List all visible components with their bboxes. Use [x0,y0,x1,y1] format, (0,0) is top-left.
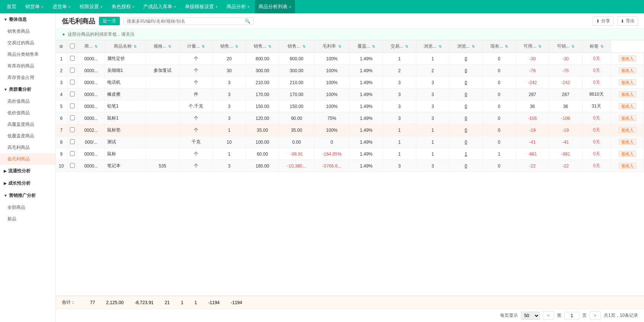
close-icon[interactable]: × [174,5,176,9]
row-tag: 低收入 [611,89,644,101]
row-view1[interactable]: 0 [449,136,483,148]
per-page-select[interactable]: 50 20 100 [521,312,540,320]
nav-roles[interactable]: 角色授权 × [108,0,138,13]
row-checkbox[interactable] [67,124,77,136]
row-checkbox[interactable] [67,112,77,124]
row-checkbox[interactable] [67,136,77,148]
col-view1[interactable]: 浏览... ⇅ [416,40,449,53]
row-view1[interactable]: 0 [449,53,483,65]
close-icon[interactable]: × [132,5,135,9]
row-select-checkbox[interactable] [70,80,75,85]
row-checkbox[interactable] [67,101,77,112]
date-filter-button[interactable]: 近一月 [99,17,120,25]
row-view1[interactable]: 0 [449,112,483,124]
close-icon[interactable]: × [41,5,44,9]
next-page-button[interactable]: ＞ [590,311,601,320]
col-settings[interactable]: ⚙ [56,40,67,53]
col-spec[interactable]: 规格... ⇅ [146,40,179,53]
row-select-checkbox[interactable] [70,92,75,96]
row-view1[interactable]: 0 [449,101,483,112]
sidebar-group-flow[interactable]: ▶ 流通性分析 [0,165,55,177]
nav-purchase[interactable]: 进货单 × [49,0,74,13]
col-view2[interactable]: 浏览... ⇅ [449,40,483,53]
col-amount[interactable]: 销售... ⇅ [279,40,314,53]
prev-page-button[interactable]: ＜ [543,311,554,320]
col-stock1[interactable]: 现有... ⇅ [483,40,516,53]
row-select-checkbox[interactable] [70,139,75,144]
export-button[interactable]: ⬇ 导出 [617,16,638,26]
row-view1[interactable]: 0 [449,124,483,136]
row-spec [146,148,179,160]
close-icon[interactable]: × [100,5,103,9]
search-icon[interactable]: 🔍 [245,19,250,24]
page-number-input[interactable] [564,312,579,319]
row-select-checkbox[interactable] [70,56,75,61]
row-checkbox[interactable] [67,65,77,77]
sidebar-item-sales-goods[interactable]: 销售类商品 [0,26,55,37]
row-select-checkbox[interactable] [70,127,75,132]
row-trade: 1 [416,124,449,136]
col-code[interactable]: 商... ⇅ [77,40,105,53]
select-all-checkbox[interactable] [70,44,75,48]
close-icon[interactable]: × [247,5,250,9]
search-input[interactable] [127,19,245,24]
row-view1[interactable]: 0 [449,89,483,101]
sidebar-item-category-sales[interactable]: 商品分类销售率 [0,49,55,60]
col-cover[interactable]: 覆盖... ⇅ [350,40,383,53]
nav-products-in[interactable]: 产成品入库单 × [140,0,180,13]
row-stock1: -981 [516,148,549,160]
sidebar-item-high-value[interactable]: 高价值商品 [0,96,55,107]
col-tag[interactable]: 标签 ⇅ [582,40,611,53]
row-view1[interactable]: 0 [449,160,483,172]
page-title: 低毛利商品 [62,17,95,26]
row-checkbox[interactable] [67,160,77,172]
sidebar-item-high-margin[interactable]: 高毛利商品 [0,142,55,153]
sidebar-item-high-coverage[interactable]: 高覆盖度商品 [0,119,55,130]
nav-analysis[interactable]: 商品分析 × [223,0,253,13]
row-checkbox[interactable] [67,148,77,160]
nav-permissions[interactable]: 权限设置 × [76,0,106,13]
col-price[interactable]: 销售... ⇅ [246,40,279,53]
close-icon[interactable]: × [289,5,291,9]
row-trade: 3 [416,112,449,124]
row-view1[interactable]: 0 [449,77,483,89]
col-stock2[interactable]: 可用... ⇅ [516,40,549,53]
sidebar-item-new-goods[interactable]: 新品 [0,213,55,225]
col-unit[interactable]: 计量... ⇅ [179,40,212,53]
row-checkbox[interactable] [67,53,77,65]
close-icon[interactable]: × [215,5,218,9]
row-select-checkbox[interactable] [70,103,75,108]
col-gross-pct[interactable]: 毛利率 ⇅ [314,40,349,53]
sidebar-item-low-value[interactable]: 低价值商品 [0,107,55,119]
row-select-checkbox[interactable] [70,151,75,156]
row-select-checkbox[interactable] [70,115,75,120]
row-gross: 1.49% [350,77,383,89]
sidebar-group-cluster[interactable]: ▼ 类群量分析 [0,83,55,96]
row-cover: 3 [383,160,416,172]
col-name[interactable]: 商品名称 ⇅ [105,40,146,53]
nav-analysis-list[interactable]: 商品分析列表 × [255,0,295,13]
row-view1[interactable]: 0 [449,65,483,77]
sidebar-item-low-margin[interactable]: 低毛利商品 [0,153,55,165]
row-checkbox[interactable] [67,77,77,89]
sidebar-group-marketing[interactable]: ▼ 营销推广分析 [0,189,55,202]
nav-home[interactable]: 首页 [3,0,20,13]
sidebar-item-low-coverage[interactable]: 低覆盖度商品 [0,130,55,142]
nav-template[interactable]: 单据模板设置 × [181,0,221,13]
col-qty[interactable]: 销售... ⇅ [212,40,246,53]
sidebar-item-all-goods[interactable]: 全部商品 [0,202,55,213]
sidebar-item-traded-goods[interactable]: 交易过的商品 [0,37,55,49]
sidebar-group-overall[interactable]: ▼ 整体信息 [0,13,55,26]
share-button[interactable]: ⬆ 分享 [593,16,613,26]
close-icon[interactable]: × [68,5,71,9]
sidebar-item-stock-goods[interactable]: 有库存的商品 [0,60,55,72]
sidebar-group-growth[interactable]: ▶ 成长性分析 [0,177,55,189]
row-select-checkbox[interactable] [70,163,75,168]
row-select-checkbox[interactable] [70,68,75,73]
row-checkbox[interactable] [67,89,77,101]
nav-sales[interactable]: 销货单 × [22,0,47,13]
sidebar-item-stock-capital[interactable]: 库存资金占用 [0,72,55,83]
row-view1[interactable]: 1 [449,148,483,160]
col-trade[interactable]: 交易... ⇅ [383,40,416,53]
col-days[interactable]: 可销... ⇅ [549,40,582,53]
